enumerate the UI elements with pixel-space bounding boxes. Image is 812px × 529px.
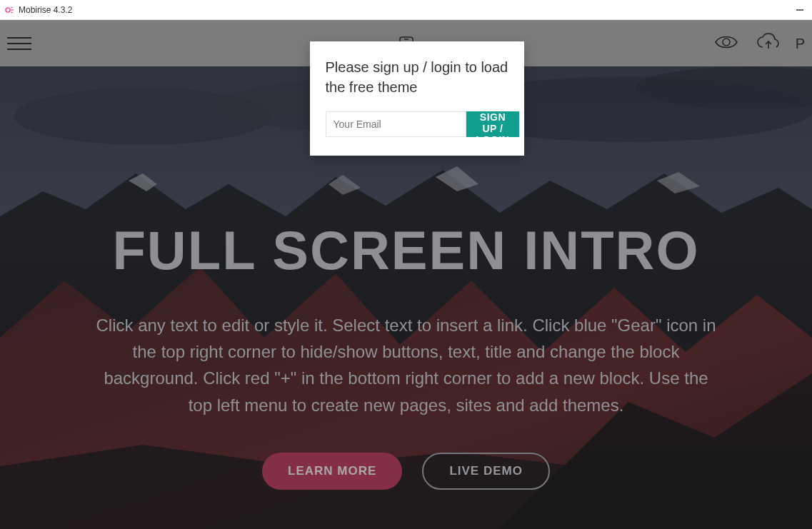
publish-label: P xyxy=(796,36,805,52)
preview-eye-icon[interactable] xyxy=(714,34,738,54)
learn-more-button[interactable]: LEARN MORE xyxy=(262,453,402,490)
app-icon xyxy=(4,5,14,15)
svg-line-3 xyxy=(11,12,13,13)
hero-title[interactable]: FULL SCREEN INTRO xyxy=(112,223,699,278)
email-input[interactable] xyxy=(326,111,466,137)
menu-button[interactable] xyxy=(7,29,43,58)
signup-login-button[interactable]: SIGN UP / LOGIN xyxy=(466,111,520,137)
window-titlebar: Mobirise 4.3.2 xyxy=(0,0,812,20)
svg-point-0 xyxy=(6,8,10,12)
publish-cloud-icon[interactable] xyxy=(756,33,781,54)
svg-line-1 xyxy=(11,7,13,8)
dialog-message: Please sign up / login to load the free … xyxy=(326,57,508,97)
window-minimize-button[interactable] xyxy=(793,4,806,16)
live-demo-button[interactable]: LIVE DEMO xyxy=(422,453,550,490)
app-title: Mobirise 4.3.2 xyxy=(19,5,72,15)
hero-description[interactable]: Click any text to edit or style it. Sele… xyxy=(64,312,749,418)
login-dialog: Please sign up / login to load the free … xyxy=(310,41,524,156)
svg-point-7 xyxy=(723,39,730,46)
